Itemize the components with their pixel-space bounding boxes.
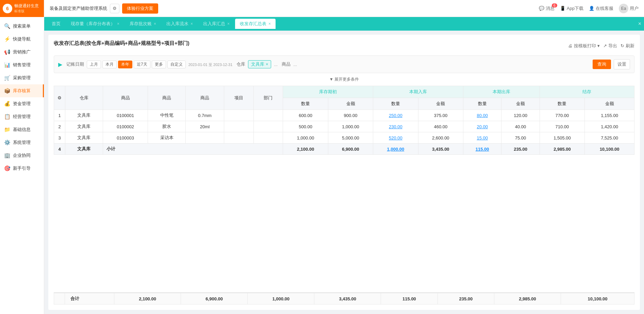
content-area: 收发存汇总表(按仓库+商品编码+商品+规格型号+项目+部门) 🖨 按模板打印 ▾… [44,31,644,314]
cell-code-0: 0100001 [103,110,148,121]
tab-recv-summary-close[interactable]: × [268,21,271,26]
th-project: 项目 [224,86,253,110]
tab-home[interactable]: 首页 [47,19,65,29]
message-btn[interactable]: 💬 消息 6 [539,5,555,12]
settings-small-button[interactable]: 设置 [614,59,630,69]
tab-batch-close[interactable]: × [154,21,156,26]
cell-in-qty-1[interactable]: 230.00 [373,121,418,132]
sidebar-item-system[interactable]: ⚙️ 系统管理 [0,136,44,149]
query-button[interactable]: 查询 [593,60,611,69]
th-dept: 部门 [253,86,283,110]
date-btn-7days[interactable]: 近7天 [134,61,150,68]
filter-bar: ▶ 记账日期 上月 本月 本年 近7天 更多 自定义 2023-01-01 至 … [54,55,634,73]
app-download-btn[interactable]: 📱 App下载 [560,5,583,12]
subtotal-out-qty: 115.00 [463,144,501,155]
sidebar-item-operation[interactable]: 📋 经营管理 [0,110,44,123]
sidebar-item-quick-nav[interactable]: ⚡ 快捷导航 [0,33,44,46]
service-icon: 👤 [589,6,594,11]
expand-conditions-btn[interactable]: ▼ 展开更多条件 [329,77,359,82]
print-label: 按模板打印 [574,43,596,49]
sidebar-icon-search: 🔍 [4,23,10,29]
tab-inout-flow-close[interactable]: × [191,21,193,26]
tabs-close-all-btn[interactable]: × [638,21,641,27]
trial-button[interactable]: 体验行业方案 [122,3,158,14]
tab-inout-summary[interactable]: 出入库汇总 × [198,19,234,29]
cell-open-qty-1: 500.00 [283,121,328,132]
subtotal-bal-qty: 2,985.00 [540,144,584,155]
th-open-amt: 金额 [328,98,373,110]
sidebar-item-inventory[interactable]: 📦 库存核算 [0,84,44,97]
tab-batch-label: 库存批次账 [130,21,152,27]
subtotal-open-amt: 6,900.00 [328,144,373,155]
cell-goods-1: 胶水 [148,121,186,132]
tab-inventory-dist[interactable]: 现存量（库存分布表） × [66,19,124,29]
date-btn-more[interactable]: 更多 [152,61,166,68]
message-badge: 6 [552,3,557,7]
sidebar-item-sales[interactable]: 📊 销售管理 [0,59,44,71]
tab-recv-summary[interactable]: 收发存汇总表 × [235,19,276,29]
date-btn-prev-month[interactable]: 上月 [87,61,101,68]
cell-in-amt-2: 2,600.00 [418,132,463,144]
warehouse-tag-close[interactable]: × [266,62,268,67]
th-warehouse: 仓库 [65,86,103,110]
cell-in-qty-2[interactable]: 520.00 [373,132,418,144]
date-btn-this-year[interactable]: 本年 [118,61,132,68]
phone-icon: 📱 [560,6,565,11]
refresh-btn[interactable]: ↻ 刷新 [621,43,634,49]
filter-right-actions: 查询 设置 [593,59,630,69]
cell-out-qty-2[interactable]: 15.00 [463,132,501,144]
sidebar-label-operation: 经营管理 [13,114,31,120]
cell-bal-qty-1: 710.00 [540,121,584,132]
refresh-icon: ↻ [621,43,624,48]
user-label: 用户 [630,5,639,12]
tab-inout-flow[interactable]: 出入库流水 × [162,19,198,29]
online-service-btn[interactable]: 👤 在线客服 [589,5,613,12]
cell-out-qty-0[interactable]: 80.00 [463,110,501,121]
user-btn[interactable]: Ea 用户 [619,4,639,13]
sidebar-item-finance[interactable]: 💰 资金管理 [0,97,44,110]
date-btn-this-month[interactable]: 本月 [102,61,117,68]
sidebar-label-sales: 销售管理 [13,62,31,68]
sidebar-item-enterprise[interactable]: 🏢 企业协同 [0,149,44,162]
cell-no-0: 1 [54,110,65,121]
total-label: 合计 [65,293,114,304]
warehouse-more[interactable]: ... [274,62,278,67]
warehouse-tag: 文具库 × [248,60,271,68]
total-open-amt: 6,900.00 [181,293,248,304]
total-bal-qty: 2,985.00 [494,293,561,304]
cell-out-qty-1[interactable]: 20.00 [463,121,501,132]
cell-in-amt-1: 460.00 [418,121,463,132]
subtotal-label: 小计 [103,144,283,155]
cell-warehouse-2: 文具库 [65,132,103,144]
sidebar-label-enterprise: 企业协同 [13,152,31,159]
tab-inventory-dist-close[interactable]: × [117,21,119,26]
settings-icon-btn[interactable]: ⚙ [110,4,119,13]
sidebar-label-quick-nav: 快捷导航 [13,36,31,42]
tab-batch[interactable]: 库存批次账 × [125,19,161,29]
sidebar-item-newbie[interactable]: 🎯 新手引导 [0,162,44,175]
cell-in-qty-0[interactable]: 250.00 [373,110,418,121]
cell-no-1: 2 [54,121,65,132]
cell-spec-0: 0.7mm [186,110,224,121]
cell-warehouse-1: 文具库 [65,121,103,132]
table-row: 3 文具库 0100003 采访本 1,000.00 5,000.00 520.… [54,132,634,144]
sidebar-item-search[interactable]: 🔍 搜索菜单 [0,20,44,33]
tab-inout-summary-close[interactable]: × [227,21,230,26]
export-btn[interactable]: ↗ 导出 [603,43,617,49]
th-settings[interactable]: ⚙ [54,86,65,110]
logo-text: 畅捷通好生意 [14,3,39,9]
sidebar-item-marketing[interactable]: 📢 营销推广 [0,46,44,59]
sidebar-item-basic-info[interactable]: 📁 基础信息 [0,123,44,136]
export-icon: ↗ [603,43,607,48]
th-goods: 商品 [148,86,186,110]
cell-dept-0 [253,110,283,121]
cell-in-amt-0: 375.00 [418,110,463,121]
sidebar-item-purchase[interactable]: 🛒 采购管理 [0,71,44,84]
cell-dept-1 [253,121,283,132]
goods-label: 商品 [282,61,291,67]
print-btn[interactable]: 🖨 按模板打印 ▾ [568,43,600,49]
filter-expand-arrow[interactable]: ▶ [58,61,62,68]
date-btn-custom[interactable]: 自定义 [167,61,186,68]
subtotal-out-amt: 235.00 [501,144,540,155]
goods-more[interactable]: ... [293,62,297,67]
